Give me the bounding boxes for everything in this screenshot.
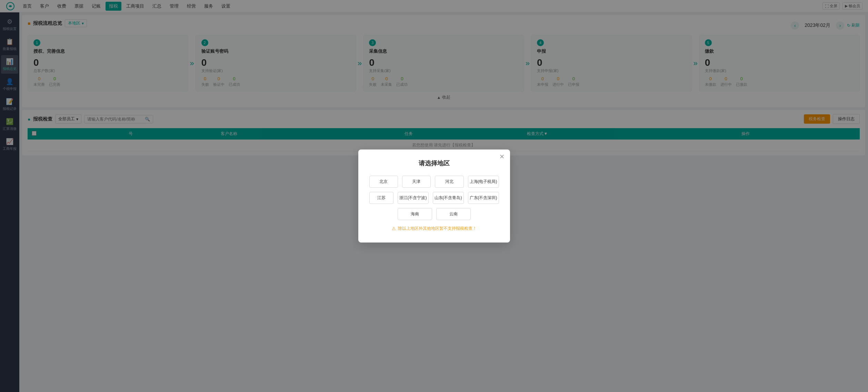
region-btn-海南[interactable]: 海南 — [398, 208, 432, 220]
region-btn-浙江(不含宁波)[interactable]: 浙江(不含宁波) — [398, 192, 429, 204]
dialog-regions: 北京天津河北上海(电子税局)江苏浙江(不含宁波)山东(不含青岛)广东(不含深圳)… — [369, 176, 499, 220]
region-btn-山东(不含青岛)[interactable]: 山东(不含青岛) — [433, 192, 464, 204]
region-row-1: 江苏浙江(不含宁波)山东(不含青岛)广东(不含深圳) — [369, 192, 499, 204]
region-btn-北京[interactable]: 北京 — [369, 176, 398, 188]
region-row-0: 北京天津河北上海(电子税局) — [369, 176, 499, 188]
region-btn-河北[interactable]: 河北 — [435, 176, 463, 188]
region-btn-上海(电子税局)[interactable]: 上海(电子税局) — [468, 176, 499, 188]
region-btn-天津[interactable]: 天津 — [402, 176, 431, 188]
dialog-close-btn[interactable]: ✕ — [499, 154, 505, 160]
region-btn-云南[interactable]: 云南 — [436, 208, 471, 220]
region-row-2: 海南云南 — [369, 208, 499, 220]
modal-overlay[interactable]: ✕ 请选择地区 北京天津河北上海(电子税局)江苏浙江(不含宁波)山东(不含青岛)… — [0, 0, 868, 392]
dialog-title: 请选择地区 — [369, 159, 499, 167]
warning-text: 除以上地区外其他地区暂不支持报税检查！ — [398, 226, 477, 231]
region-btn-江苏[interactable]: 江苏 — [369, 192, 393, 204]
warning-icon: ⚠ — [392, 226, 396, 231]
region-btn-广东(不含深圳)[interactable]: 广东(不含深圳) — [468, 192, 499, 204]
dialog-warning: ⚠ 除以上地区外其他地区暂不支持报税检查！ — [369, 226, 499, 231]
region-dialog: ✕ 请选择地区 北京天津河北上海(电子税局)江苏浙江(不含宁波)山东(不含青岛)… — [358, 149, 510, 243]
